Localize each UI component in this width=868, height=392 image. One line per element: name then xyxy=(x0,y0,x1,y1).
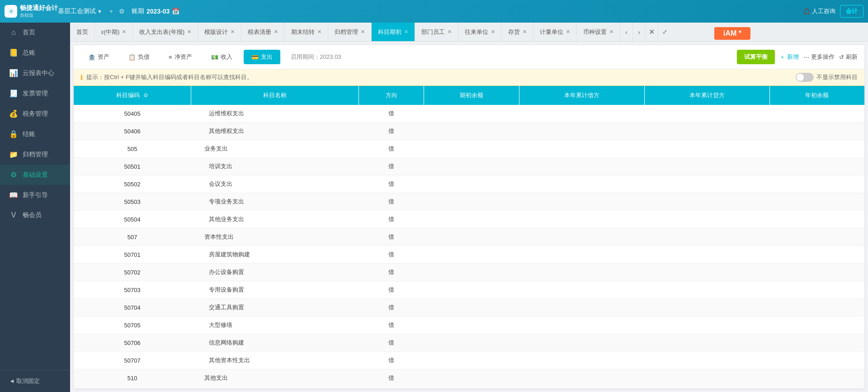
sidebar-item-tax[interactable]: 💰 税务管理 xyxy=(0,104,70,124)
table-row[interactable]: 50706信息网络购建借 xyxy=(74,334,864,352)
tab-income[interactable]: 收入支出表(年报) ✕ xyxy=(133,23,198,41)
table-row[interactable]: 50701房屋建筑物购建借 xyxy=(74,246,864,264)
sidebar-item-label: 总账 xyxy=(23,49,35,57)
tab-currency[interactable]: 币种设置 ✕ xyxy=(577,23,620,41)
tab-tax-close[interactable]: ✕ xyxy=(274,29,278,35)
filter-expense[interactable]: 💳 支出 xyxy=(244,50,280,64)
tab-home[interactable]: 首页 xyxy=(70,23,95,41)
cell-year-opening xyxy=(769,193,864,211)
cell-direction: 借 xyxy=(359,158,424,175)
table-row[interactable]: 50406其他维权支出借 xyxy=(74,123,864,140)
sidebar-item-guide[interactable]: 📖 新手引导 xyxy=(0,185,70,205)
tab-archive-close[interactable]: ✕ xyxy=(361,29,365,35)
table-row[interactable]: 50503专项业务支出借 xyxy=(74,193,864,211)
sidebar-item-invoice[interactable]: 🧾 发票管理 xyxy=(0,83,70,104)
tab-inventory[interactable]: 存货 ✕ xyxy=(502,23,533,41)
sidebar-item-reports[interactable]: 📊 云报表中心 xyxy=(0,63,70,83)
tab-unit-close[interactable]: ✕ xyxy=(566,29,570,35)
sidebar-item-label: 基础设置 xyxy=(23,171,48,179)
tab-close-all[interactable]: ✕ xyxy=(646,23,658,41)
tab-period-end[interactable]: 期末结转 ✕ xyxy=(285,23,328,41)
net-assets-icon: ≡ xyxy=(169,54,172,61)
add-company-btn[interactable]: ＋ xyxy=(108,7,114,15)
table-row[interactable]: 50502会议支出借 xyxy=(74,175,864,193)
cell-name: 专用设备购置 xyxy=(191,281,359,299)
disable-toggle[interactable] xyxy=(796,73,814,82)
balance-button[interactable]: 试算平衡 xyxy=(737,50,775,64)
add-button[interactable]: ＋ 新增 xyxy=(779,53,799,61)
settings-icon[interactable]: ⚙ xyxy=(119,8,125,15)
table-row[interactable]: 505业务支出借 xyxy=(74,140,864,158)
notice-bar: ℹ 提示：按Ctrl + F键并输入科目编码或者科目名称可以查找科目。 不显示禁… xyxy=(74,69,864,86)
cell-name: 房屋建筑物购建 xyxy=(191,246,359,264)
filter-liability[interactable]: 📋 负债 xyxy=(121,50,157,64)
tab-template[interactable]: 模版设计 ✕ xyxy=(198,23,241,41)
company-dropdown-icon[interactable]: ▾ xyxy=(98,8,101,15)
tab-contact[interactable]: 往来单位 ✕ xyxy=(458,23,502,41)
tab-template-close[interactable]: ✕ xyxy=(231,29,235,35)
table-row[interactable]: 510其他支出借 xyxy=(74,369,864,387)
table-row[interactable]: 50707其他资本性支出借 xyxy=(74,352,864,369)
table-row[interactable]: 50501培训支出借 xyxy=(74,158,864,175)
sidebar-item-general-ledger[interactable]: 📒 总账 xyxy=(0,43,70,63)
tab-nav-next[interactable]: › xyxy=(633,23,646,41)
cell-code: 50501 xyxy=(74,158,191,175)
cell-name: 运维维权支出 xyxy=(191,105,359,123)
table-row[interactable]: 50704交通工具购置借 xyxy=(74,299,864,316)
tab-inventory-close[interactable]: ✕ xyxy=(523,29,527,35)
kuaiji-button[interactable]: 会计 xyxy=(840,5,863,18)
filter-assets[interactable]: 🏦 资产 xyxy=(80,50,117,64)
cell-opening xyxy=(424,281,519,299)
cell-opening xyxy=(424,175,519,193)
tab-balance[interactable]: ε(中期) ✕ xyxy=(95,23,133,41)
cell-opening xyxy=(424,158,519,175)
table-row[interactable]: 50504其他业务支出借 xyxy=(74,211,864,228)
cell-ytd-credit xyxy=(645,193,770,211)
support-button[interactable]: 🎧 人工咨询 xyxy=(803,7,835,15)
cell-code: 50707 xyxy=(74,352,191,369)
table-row[interactable]: 50702办公设备购置借 xyxy=(74,264,864,281)
tab-contact-close[interactable]: ✕ xyxy=(491,29,495,35)
filter-income[interactable]: 💵 收入 xyxy=(203,50,240,64)
tab-expand[interactable]: ⤢ xyxy=(658,23,671,41)
assets-icon: 🏦 xyxy=(88,54,95,61)
tab-subject[interactable]: 科目期初 ✕ xyxy=(372,23,415,41)
sidebar-item-settings[interactable]: ⚙ 基础设置 xyxy=(0,165,70,185)
cell-year-opening xyxy=(769,299,864,316)
calendar-icon[interactable]: 📅 xyxy=(172,8,179,15)
sidebar-item-member[interactable]: V 畅会员 xyxy=(0,205,70,225)
tab-home-label: 首页 xyxy=(76,28,88,36)
sidebar-collapse-btn[interactable]: ◄ 取消固定 xyxy=(0,370,70,392)
cell-name: 其他业务支出 xyxy=(191,211,359,228)
sidebar-item-closing[interactable]: 🔒 结账 xyxy=(0,124,70,144)
tab-period-end-close[interactable]: ✕ xyxy=(317,29,321,35)
tab-currency-close[interactable]: ✕ xyxy=(609,29,613,35)
col-gear-icon[interactable]: ⚙ xyxy=(143,92,148,99)
table-row[interactable]: 50705大型修缮借 xyxy=(74,316,864,334)
cell-year-opening xyxy=(769,105,864,123)
cell-code: 50503 xyxy=(74,193,191,211)
tab-unit[interactable]: 计量单位 ✕ xyxy=(533,23,577,41)
tab-archive[interactable]: 归档管理 ✕ xyxy=(328,23,372,41)
table-row[interactable]: 50405运维维权支出借 xyxy=(74,105,864,123)
table-row[interactable]: 50703专用设备购置借 xyxy=(74,281,864,299)
more-button[interactable]: ⋯ 更多操作 xyxy=(803,53,835,61)
cell-opening xyxy=(424,105,519,123)
tab-dept-close[interactable]: ✕ xyxy=(448,29,452,35)
cell-code: 50504 xyxy=(74,211,191,228)
collapse-label: ◄ 取消固定 xyxy=(9,377,40,385)
cell-direction: 借 xyxy=(359,246,424,264)
tab-income-close[interactable]: ✕ xyxy=(187,29,191,35)
tab-tax[interactable]: 税表清册 ✕ xyxy=(241,23,285,41)
tab-subject-close[interactable]: ✕ xyxy=(404,29,408,35)
table-row[interactable]: 507资本性支出借 xyxy=(74,228,864,246)
guide-icon: 📖 xyxy=(9,191,18,199)
tab-dept[interactable]: 部门员工 ✕ xyxy=(415,23,458,41)
filter-net-assets[interactable]: ≡ 净资产 xyxy=(161,50,200,64)
tab-balance-close[interactable]: ✕ xyxy=(122,29,126,35)
tab-nav-prev[interactable]: ‹ xyxy=(620,23,633,41)
sidebar-item-archive[interactable]: 📁 归档管理 xyxy=(0,144,70,165)
sidebar-item-home[interactable]: ⌂ 首页 xyxy=(0,23,70,43)
period-area: 账期 2023-03 📅 xyxy=(132,7,179,15)
refresh-button[interactable]: ↺ 刷新 xyxy=(839,53,858,61)
